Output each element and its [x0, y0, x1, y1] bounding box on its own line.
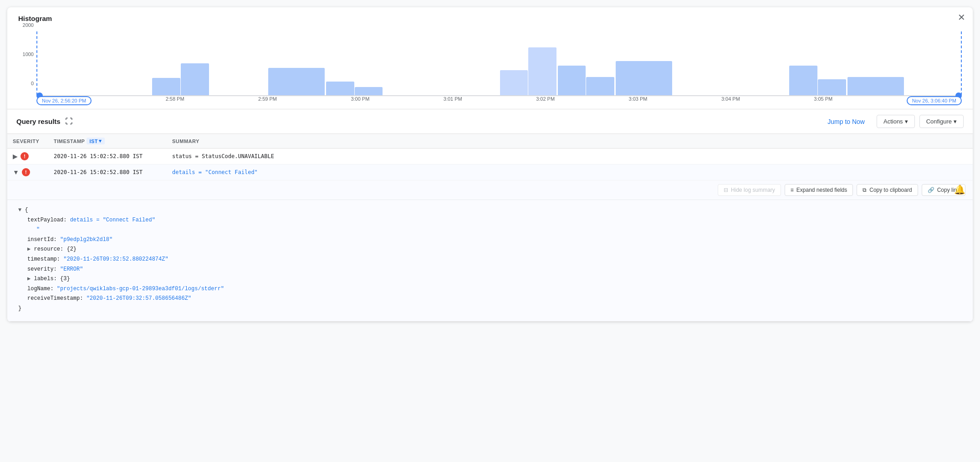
- pin-icon[interactable]: 🔔: [954, 184, 965, 195]
- bar: [268, 68, 325, 95]
- log-row[interactable]: ▶ ! 2020-11-26 15:02:52.880 IST status =…: [7, 149, 973, 164]
- time-label-7: 3:04 PM: [721, 96, 740, 105]
- json-severity-key: severity:: [27, 266, 57, 272]
- json-resource: ▶ resource: {2}: [27, 245, 962, 255]
- bar: [616, 61, 672, 95]
- time-label-8: 3:05 PM: [814, 96, 832, 105]
- json-insertId-key: insertId:: [27, 236, 57, 243]
- table-icon: ⊟: [724, 187, 728, 193]
- bar-group: [326, 82, 383, 95]
- json-timestamp: timestamp: "2020-11-26T09:32:52.88022487…: [27, 255, 962, 265]
- th-summary-label: SUMMARY: [172, 139, 199, 144]
- bar: [789, 66, 817, 95]
- json-timestamp-key: timestamp:: [27, 256, 60, 262]
- summary-val-2: details = "Connect Failed": [172, 169, 258, 175]
- json-textPayload: textPayload: details = "Connect Failed": [27, 216, 962, 226]
- timestamp-2: 2020-11-26 15:02:52.880 IST: [54, 169, 143, 175]
- json-receiveTimestamp-val: "2020-11-26T09:32:57.058656486Z": [87, 295, 191, 302]
- labels-expand-icon[interactable]: ▶: [27, 276, 31, 282]
- copy-clipboard-label: Copy to clipboard: [869, 187, 912, 193]
- dashed-line-right: [961, 31, 962, 95]
- query-results-title: Query results ⛶: [16, 118, 72, 126]
- hide-log-summary-button[interactable]: ⊟ Hide log summary: [718, 184, 781, 196]
- hide-log-summary-label: Hide log summary: [731, 187, 775, 193]
- json-severity-val: "ERROR": [60, 266, 83, 272]
- bar: [355, 87, 383, 95]
- header-actions: Jump to Now Actions ▾ Configure ▾: [820, 115, 964, 128]
- configure-chevron-icon: ▾: [954, 118, 957, 125]
- expand-nested-label: Expand nested fields: [796, 187, 847, 193]
- y-label-bot: 0: [31, 81, 34, 86]
- severity-error-icon: !: [20, 152, 29, 160]
- time-label-4: 3:01 PM: [444, 96, 462, 105]
- td-severity-1: ▶ !: [7, 149, 48, 164]
- copy-icon: ⧉: [863, 187, 867, 193]
- histogram-title: Histogram: [18, 15, 52, 22]
- json-textPayload-key: textPayload:: [27, 217, 66, 223]
- td-severity-2: ▼ !: [7, 164, 48, 180]
- th-severity-label: SEVERITY: [13, 139, 39, 144]
- td-summary-1: status = StatusCode.UNAVAILABLE: [167, 149, 973, 164]
- json-insertId-val: "p9edplg2bk2dl8": [60, 236, 112, 243]
- bar: [500, 70, 528, 95]
- bar: [326, 82, 354, 95]
- resource-expand-icon[interactable]: ▶: [27, 246, 31, 252]
- time-label-2: 2:59 PM: [258, 96, 277, 105]
- bar: [152, 78, 180, 95]
- json-resource-val: {2}: [66, 246, 77, 252]
- time-label-1: 2:58 PM: [166, 96, 184, 105]
- actions-label: Actions: [883, 118, 903, 125]
- chevron-down-icon[interactable]: ▼: [13, 169, 19, 176]
- json-content: ▼ { textPayload: details = "Connect Fail…: [7, 200, 973, 321]
- json-timestamp-val: "2020-11-26T09:32:52.880224874Z": [63, 256, 168, 262]
- expand-nested-fields-button[interactable]: ≡ Expand nested fields: [785, 184, 853, 196]
- bar-group: [268, 68, 325, 95]
- histogram-section: Histogram ✕ 2000 1000 0: [7, 7, 973, 109]
- y-label-mid: 1000: [23, 51, 34, 57]
- log-row-expanded[interactable]: ▼ ! 2020-11-26 15:02:52.880 IST details …: [7, 164, 973, 180]
- json-logName-key: logName:: [27, 286, 54, 292]
- actions-button[interactable]: Actions ▾: [877, 115, 915, 128]
- severity-error-icon-2: !: [22, 168, 30, 176]
- expand-nested-icon: ≡: [791, 187, 794, 193]
- time-start-label[interactable]: Nov 26, 2:56:20 PM: [36, 96, 92, 105]
- time-label-5: 3:02 PM: [536, 96, 555, 105]
- detail-toolbar: ⊟ Hide log summary ≡ Expand nested field…: [7, 180, 973, 200]
- td-summary-2: details = "Connect Failed": [167, 164, 973, 180]
- timezone-chevron-icon: ▾: [99, 138, 102, 144]
- json-logName-val: "projects/qwiklabs-gcp-01-29893ea3df01/l…: [57, 286, 224, 292]
- chevron-right-icon[interactable]: ▶: [13, 153, 18, 160]
- bar: [847, 77, 904, 95]
- bar-group: [558, 66, 614, 95]
- json-textPayload-val2: ": [36, 225, 962, 235]
- close-button[interactable]: ✕: [958, 13, 965, 22]
- time-labels: Nov 26, 2:56:20 PM 2:58 PM 2:59 PM 3:00 …: [36, 96, 962, 109]
- bar: [558, 66, 586, 95]
- query-results-label: Query results: [16, 118, 61, 125]
- y-label-top: 2000: [23, 22, 34, 28]
- configure-button[interactable]: Configure ▾: [919, 115, 964, 128]
- td-timestamp-2: 2020-11-26 15:02:52.880 IST: [48, 164, 167, 180]
- copy-to-clipboard-button[interactable]: ⧉ Copy to clipboard: [857, 184, 918, 196]
- timestamp-1: 2020-11-26 15:02:52.880 IST: [54, 153, 143, 159]
- th-severity: SEVERITY: [7, 134, 48, 148]
- query-results-header: Query results ⛶ Jump to Now Actions ▾ Co…: [7, 109, 973, 134]
- dashed-line-left: [36, 31, 37, 95]
- jump-to-now-button[interactable]: Jump to Now: [820, 115, 872, 128]
- query-results-section: Query results ⛶ Jump to Now Actions ▾ Co…: [7, 109, 973, 322]
- configure-label: Configure: [926, 118, 952, 125]
- timezone-badge[interactable]: IST ▾: [87, 138, 104, 144]
- th-timestamp-label: TIMESTAMP: [54, 139, 85, 144]
- json-labels-val: {3}: [60, 276, 70, 282]
- json-receiveTimestamp: receiveTimestamp: "2020-11-26T09:32:57.0…: [27, 294, 962, 304]
- time-label-6: 3:03 PM: [629, 96, 648, 105]
- expand-icon[interactable]: ⛶: [65, 118, 72, 126]
- summary-1: status = StatusCode.UNAVAILABLE: [172, 153, 274, 159]
- td-timestamp-1: 2020-11-26 15:02:52.880 IST: [48, 149, 167, 164]
- json-textPayload-quote: ": [36, 226, 40, 233]
- time-end-label[interactable]: Nov 26, 3:06:40 PM: [907, 96, 962, 105]
- time-label-3: 3:00 PM: [351, 96, 369, 105]
- collapse-arrow[interactable]: ▼: [18, 207, 21, 213]
- bar: [818, 79, 846, 95]
- main-container: Histogram ✕ 2000 1000 0: [7, 7, 973, 322]
